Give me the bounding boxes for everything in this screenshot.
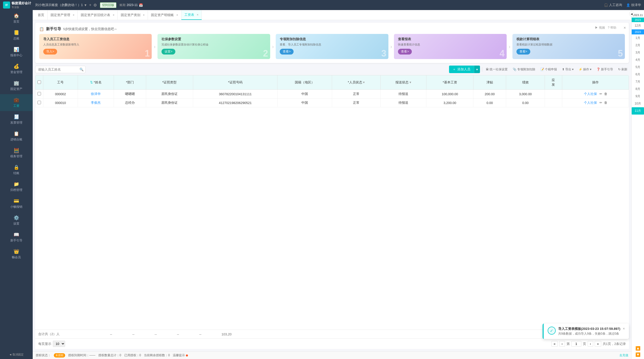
row1-name-link[interactable]: 徐泽华 xyxy=(91,92,101,96)
guide-step-5: 税款计算明细表 查看税款计算过程及明细数据 查看> 5 xyxy=(512,34,625,59)
calendar-month-4[interactable]: 4月 xyxy=(632,56,644,64)
social-insurance-button[interactable]: 🏛 统一社保设置 xyxy=(484,66,509,73)
tax-report-button[interactable]: 📝 个税申报 xyxy=(539,66,558,73)
tab-category[interactable]: 固定资产类别 × xyxy=(118,10,148,20)
last-page-button[interactable]: » xyxy=(595,341,601,347)
row2-edit-icon[interactable]: ✏ xyxy=(599,101,602,105)
next-page-button[interactable]: › xyxy=(588,341,593,347)
operation-button[interactable]: ⚡ 操作 ▾ xyxy=(577,66,593,73)
special-deduction-button[interactable]: 📎 专项附加扣除 xyxy=(511,66,537,73)
right-panel-down-icon[interactable]: 🔽 xyxy=(635,352,640,357)
plus-icon: ＋ xyxy=(453,67,456,72)
tab-home[interactable]: 首页 xyxy=(35,10,48,20)
calendar-year-label-2023[interactable]: 2023 xyxy=(632,18,644,22)
calendar-month-11[interactable]: 11月 xyxy=(632,107,644,115)
sidebar-item-tax[interactable]: 🧮 税务管理 xyxy=(0,145,33,162)
row2-delete-icon[interactable]: 🗑 xyxy=(604,101,607,105)
sidebar-item-purchase[interactable]: 📋 进销台账 xyxy=(0,128,33,145)
toast-close-button[interactable]: × xyxy=(623,327,625,331)
tab-detail[interactable]: 固定资产明细账 × xyxy=(148,10,181,20)
help-icon[interactable]: ? 帮助 xyxy=(608,26,616,29)
tab-close-salary[interactable]: × xyxy=(197,13,198,17)
recharge-link[interactable]: 去充值 xyxy=(619,353,628,357)
sidebar-item-salary[interactable]: 💼 工资 xyxy=(0,94,33,111)
tab-close-detail[interactable]: × xyxy=(176,13,178,17)
settings-icon[interactable]: ⚙ xyxy=(93,3,97,8)
support-button[interactable]: 🎧 人工咨询 xyxy=(604,3,622,7)
row1-edit-icon[interactable]: ✏ xyxy=(599,92,602,96)
calendar-month-9[interactable]: 9月 xyxy=(632,93,644,100)
sidebar-item-archive[interactable]: 📁 归档管理 xyxy=(0,178,33,195)
user-profile[interactable]: 👤 徐泽华 xyxy=(626,3,641,7)
row2-social-insurance-link[interactable]: 个人社保 xyxy=(584,101,597,105)
add-account-icon[interactable]: + xyxy=(89,3,91,7)
version-toggle-button[interactable]: 切到旧版 xyxy=(100,2,116,8)
calendar-month-12[interactable]: 12月 xyxy=(632,22,644,29)
export-button[interactable]: ⬆ 导出 ▾ xyxy=(560,66,575,73)
sort-icon[interactable]: ⇅ xyxy=(90,80,93,84)
calendar-month-1[interactable]: 1月 xyxy=(632,34,644,42)
calendar-month-10[interactable]: 10月 xyxy=(632,100,644,107)
guide-button[interactable]: ❓ 新手引导 xyxy=(595,66,615,73)
report-filter-icon[interactable]: ▾ xyxy=(410,80,411,84)
toast-title: 导入工资表模板(2023-03-23 15:07:59.897) xyxy=(558,327,620,331)
row2-name-link[interactable]: 李俊杰 xyxy=(91,101,101,105)
step2-button[interactable]: 设置> xyxy=(162,49,175,55)
sidebar-item-reports[interactable]: 📊 报表中心 xyxy=(0,44,33,61)
calendar-month-3[interactable]: 3月 xyxy=(632,49,644,56)
step1-button[interactable]: 导入> xyxy=(43,49,57,55)
right-panel-up-icon[interactable]: 🔼 xyxy=(635,346,640,351)
guide-close-button[interactable]: × xyxy=(624,26,626,30)
footer-dashes5: -- xyxy=(199,332,202,336)
sidebar-item-expense[interactable]: 💳 小畅报销 xyxy=(0,195,33,212)
sidebar-item-home[interactable]: 🏠 首页 xyxy=(0,10,33,27)
add-person-dropdown[interactable]: ▾ xyxy=(474,66,480,73)
row1-dept: 嗯嗯嗯 xyxy=(114,90,146,98)
add-person-button[interactable]: ＋ 添加人员 xyxy=(449,66,474,73)
account-dropdown-icon[interactable]: ▼ xyxy=(84,3,87,7)
sidebar-item-member[interactable]: 👑 畅会员 xyxy=(0,246,33,263)
step3-button[interactable]: 查看> xyxy=(280,49,294,55)
calendar-month-6[interactable]: 6月 xyxy=(632,71,644,78)
sidebar-item-funds[interactable]: 💰 资金管理 xyxy=(0,61,33,77)
first-page-button[interactable]: « xyxy=(551,341,558,347)
prev-page-button[interactable]: ‹ xyxy=(559,341,565,347)
calendar-month-2[interactable]: 2月 xyxy=(632,42,644,49)
calendar-year-label-current[interactable]: 2023 xyxy=(632,29,644,34)
tab-fixed-assets[interactable]: 固定资产管理 × xyxy=(48,10,78,20)
row1-social-insurance-link[interactable]: 个人社保 xyxy=(584,92,597,96)
table-body: 000002 徐泽华 嗯嗯嗯 居民身份证 360782200104131111 … xyxy=(35,90,629,107)
sidebar-item-invoice[interactable]: 🧾 发票管理 xyxy=(0,111,33,128)
tab-salary-table[interactable]: 工资表 × xyxy=(181,10,202,20)
calendar-icon[interactable]: 📅 xyxy=(139,3,143,7)
sidebar-item-guide[interactable]: 📖 新手引导 xyxy=(0,229,33,246)
th-dept: *部门 xyxy=(114,75,146,90)
tab-close-category[interactable]: × xyxy=(143,13,145,17)
calendar-month-8[interactable]: 8月 xyxy=(632,85,644,93)
refresh-button[interactable]: ↻ 刷新 xyxy=(617,66,629,73)
sidebar-item-settings[interactable]: ⚙️ 设置 xyxy=(0,212,33,229)
calendar-toggle-icon[interactable]: ◀ xyxy=(629,11,634,16)
tab-close-fixed-assets[interactable]: × xyxy=(73,13,74,17)
step4-button[interactable]: 查看> xyxy=(398,49,412,55)
calendar-month-5[interactable]: 5月 xyxy=(632,64,644,71)
page-input[interactable] xyxy=(571,341,581,347)
sidebar-item-closing[interactable]: 🔒 结账 xyxy=(0,162,33,178)
sidebar-item-ledger[interactable]: 📒 总账 xyxy=(0,27,33,44)
top-right-actions: 🎧 人工咨询 👤 徐泽华 xyxy=(604,3,641,7)
search-input[interactable] xyxy=(35,66,86,73)
step5-button[interactable]: 查看> xyxy=(516,49,530,55)
tab-close-depreciation[interactable]: × xyxy=(113,13,114,17)
total-count: 合计共（2）人 xyxy=(38,332,60,336)
video-icon[interactable]: ▶ 视频 xyxy=(595,26,605,29)
cancel-fixed-btn[interactable]: ◄ 取消固定 xyxy=(0,350,33,359)
sidebar-item-assets[interactable]: 🏢 固定资产 xyxy=(0,77,33,94)
select-all-checkbox[interactable] xyxy=(37,80,41,84)
calendar-month-7[interactable]: 7月 xyxy=(632,78,644,85)
row1-delete-icon[interactable]: 🗑 xyxy=(604,92,607,96)
status-filter-icon[interactable]: ▾ xyxy=(363,80,365,84)
tab-depreciation[interactable]: 固定资产折旧统计表 × xyxy=(78,10,118,20)
per-page-select[interactable]: 10 20 50 xyxy=(53,341,65,347)
row2-nationality: 中国 xyxy=(277,98,332,107)
page-label: 第 xyxy=(567,342,570,346)
